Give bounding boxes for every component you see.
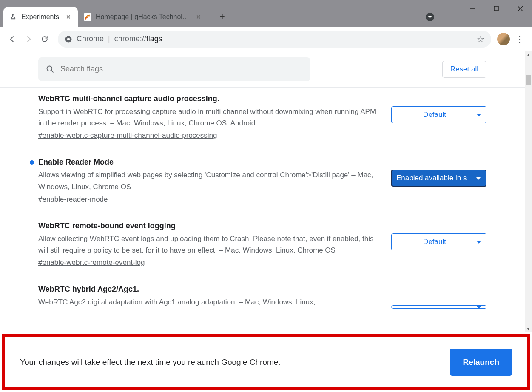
- bookmark-icon[interactable]: ☆: [477, 34, 484, 44]
- flag-select[interactable]: [391, 305, 486, 309]
- flag-description: Support in WebRTC for processing capture…: [38, 106, 381, 129]
- scroll-track[interactable]: [525, 58, 532, 325]
- flags-list: WebRTC multi-channel capture audio proce…: [0, 88, 525, 310]
- svg-point-6: [67, 38, 70, 40]
- tab-title: Homepage | gHacks Technology: [96, 13, 189, 21]
- url-path: flags: [146, 34, 162, 43]
- url-scheme: chrome://: [114, 34, 146, 43]
- forward-button[interactable]: [20, 31, 37, 47]
- tab-ghacks[interactable]: Homepage | gHacks Technology ✕: [78, 7, 208, 27]
- flag-select[interactable]: Enabled available in s: [391, 170, 486, 187]
- tab-strip: Experiments ✕ Homepage | gHacks Technolo…: [0, 7, 229, 27]
- browser-toolbar: Chrome | chrome://flags ☆ ⋮: [0, 27, 532, 51]
- flag-row: Enable Reader Mode Allows viewing of sim…: [38, 150, 486, 213]
- scroll-up-icon[interactable]: ▲: [525, 51, 532, 58]
- chrome-menu-button[interactable]: ⋮: [512, 31, 528, 47]
- profile-avatar[interactable]: [497, 33, 510, 45]
- browser-titlebar: Experiments ✕ Homepage | gHacks Technolo…: [0, 0, 532, 27]
- svg-line-8: [51, 70, 54, 72]
- flag-title: WebRTC remote-bound event logging: [38, 222, 381, 230]
- flag-title: WebRTC multi-channel capture audio proce…: [38, 94, 381, 103]
- page-content: Reset all WebRTC multi-channel capture a…: [0, 51, 525, 332]
- relaunch-button[interactable]: Relaunch: [450, 349, 512, 376]
- flag-anchor-link[interactable]: #enable-reader-mode: [38, 195, 108, 203]
- flag-description: Allows viewing of simplified web pages b…: [38, 169, 381, 192]
- flag-row: WebRTC remote-bound event logging Allow …: [38, 214, 486, 277]
- search-flags-box[interactable]: [38, 57, 310, 81]
- close-icon[interactable]: ✕: [65, 14, 72, 20]
- tab-search-icon[interactable]: [426, 13, 434, 21]
- new-tab-button[interactable]: +: [216, 10, 229, 23]
- flag-description: Allow collecting WebRTC event logs and u…: [38, 233, 381, 256]
- svg-rect-2: [494, 6, 498, 11]
- flag-row: WebRTC hybrid Agc2/Agc1. WebRTC Agc2 dig…: [38, 277, 486, 310]
- address-bar[interactable]: Chrome | chrome://flags ☆: [58, 31, 491, 48]
- minimize-button[interactable]: [461, 0, 484, 17]
- flag-title: Enable Reader Mode: [38, 158, 381, 167]
- close-icon[interactable]: ✕: [195, 14, 202, 20]
- maximize-button[interactable]: [484, 0, 508, 17]
- svg-point-7: [47, 66, 52, 71]
- search-input[interactable]: [60, 65, 303, 74]
- flag-select[interactable]: Default: [391, 106, 486, 123]
- flag-anchor-link[interactable]: #enable-webrtc-capture-multi-channel-aud…: [38, 131, 217, 139]
- tab-experiments[interactable]: Experiments ✕: [3, 7, 78, 27]
- search-icon: [46, 65, 54, 74]
- reset-all-button[interactable]: Reset all: [442, 61, 486, 78]
- close-window-button[interactable]: [508, 0, 532, 17]
- scroll-down-icon[interactable]: ▼: [525, 325, 532, 332]
- url-separator: |: [108, 34, 110, 43]
- relaunch-banner: Your changes will take effect the next t…: [2, 334, 530, 390]
- tab-divider: [210, 12, 210, 22]
- flask-icon: [9, 13, 17, 21]
- scroll-thumb[interactable]: [526, 75, 531, 85]
- flag-anchor-link[interactable]: #enable-webrtc-remote-event-log: [38, 258, 145, 267]
- window-controls: [461, 0, 532, 17]
- flag-title: WebRTC hybrid Agc2/Agc1.: [38, 285, 381, 294]
- flags-header: Reset all: [0, 51, 525, 88]
- back-button[interactable]: [4, 31, 20, 47]
- changed-dot-icon: [30, 160, 34, 165]
- reload-button[interactable]: [37, 31, 53, 47]
- ghacks-icon: [84, 13, 91, 21]
- url-chip: Chrome: [77, 34, 104, 43]
- flag-description: WebRTC Agc2 digital adaptation with Agc1…: [38, 296, 381, 308]
- tab-title: Experiments: [21, 13, 59, 21]
- flag-select[interactable]: Default: [391, 233, 486, 250]
- relaunch-message: Your changes will take effect the next t…: [20, 358, 281, 367]
- vertical-scrollbar[interactable]: ▲ ▼: [525, 51, 532, 332]
- flag-row: WebRTC multi-channel capture audio proce…: [38, 92, 486, 150]
- chrome-icon: [65, 35, 72, 43]
